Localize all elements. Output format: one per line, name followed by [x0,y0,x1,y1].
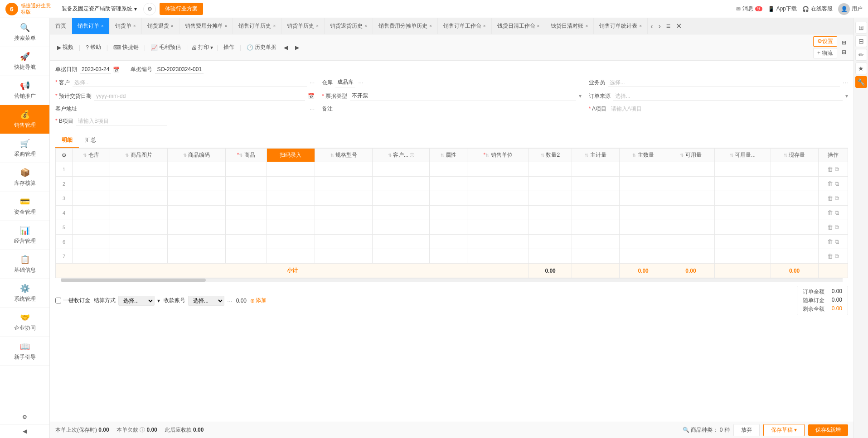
help-btn[interactable]: ? 帮助 [84,43,103,52]
delete-row-icon[interactable]: 🗑 [827,238,833,245]
table-view-btn[interactable]: ⊞ [840,39,848,47]
sidebar-item-system[interactable]: ⚙️ 系统管理 [0,279,49,308]
tab-daily-clear-reconcile[interactable]: 钱贷日清对账 × [545,18,594,34]
sidebar-settings-button[interactable]: ⚙ [0,410,49,424]
tab-sales-stats[interactable]: 销售订单统计表 × [594,18,648,34]
tab-invoice-history[interactable]: 销货单历史 × [281,18,325,34]
sidebar-item-collab[interactable]: 🤝 企业协同 [0,308,49,337]
copy-row-icon[interactable]: ⧉ [835,166,839,173]
system-name-dropdown[interactable]: 装备及固定资产辅助管理系统 ▾ [59,4,140,14]
right-tool-orange-btn[interactable]: 🔧 [855,76,867,88]
delivery-date-input[interactable] [94,92,305,101]
user-menu[interactable]: 👤 用户 [838,3,863,15]
sidebar-item-basic-info[interactable]: 📋 基础信息 [0,250,49,279]
tab-close-icon[interactable]: × [483,24,486,29]
tab-nav-next[interactable]: › [655,18,663,34]
right-tool-list-btn[interactable]: ⊟ [855,35,867,47]
tab-nav-prev[interactable]: ‹ [648,18,655,34]
right-tool-edit-btn[interactable]: ✏ [855,49,867,61]
operations-btn[interactable]: 操作 [222,43,236,52]
shortcut-btn[interactable]: ⌨ 快捷键 [112,43,141,52]
nav-prev-btn[interactable]: ◀ [282,43,290,52]
order-source-input[interactable] [613,92,843,101]
date-display[interactable]: 2023-03-24 📅 [80,65,120,74]
dropdown-icon[interactable]: ▾ [579,93,582,99]
profit-forecast-btn[interactable]: 📈 毛利预估 [149,43,183,52]
settlement-select[interactable]: 选择... [118,296,155,306]
tab-daily-clear-workbench[interactable]: 钱贷日清工作台 × [492,18,546,34]
receipt-account-select[interactable]: 选择... [188,296,224,306]
tab-sales-order[interactable]: 销售订单 × [72,18,110,34]
tab-expense-history[interactable]: 销售费用分摊单历史 × [373,18,438,34]
sidebar-item-finance[interactable]: 💳 资金管理 [0,192,49,221]
nav-next-btn[interactable]: ▶ [293,43,301,52]
app-download-button[interactable]: 📱 App下载 [768,5,797,13]
tab-close-icon[interactable]: × [429,24,432,29]
tab-close-all-btn[interactable]: ✕ [673,18,684,34]
delete-row-icon[interactable]: 🗑 [827,224,833,231]
copy-row-icon[interactable]: ⧉ [835,209,839,217]
copy-row-icon[interactable]: ⧉ [835,180,839,188]
solution-button[interactable]: 体验行业方案 [160,3,203,15]
sidebar-collapse-button[interactable]: ◀ [0,424,49,438]
b-project-input[interactable] [76,117,167,125]
message-button[interactable]: ✉ 消息 9 [736,5,762,13]
tab-sales-workbench[interactable]: 销售订单工作台 × [438,18,492,34]
sidebar-item-quicknav[interactable]: 🚀 快捷导航 [0,47,49,76]
history-btn[interactable]: 🕐 历史单据 [245,43,278,52]
tab-close-icon[interactable]: × [364,24,367,29]
delete-row-icon[interactable]: 🗑 [827,209,833,216]
sidebar-item-inventory[interactable]: 📦 库存核算 [0,163,49,192]
tab-close-icon[interactable]: × [537,24,540,29]
sidebar-item-operations[interactable]: 📊 经营管理 [0,221,49,250]
right-tool-star-btn[interactable]: ★ [855,63,867,74]
sidebar-item-guide[interactable]: 📖 新手引导 [0,337,49,366]
warehouse-expand-icon[interactable]: ··· [358,79,364,86]
account-expand-icon[interactable]: ··· [227,297,233,304]
copy-row-icon[interactable]: ⧉ [835,224,839,231]
salesperson-input[interactable] [608,78,840,87]
tab-close-icon[interactable]: × [639,24,642,29]
tab-sales-order-history[interactable]: 销售订单历史 × [233,18,281,34]
sidebar-item-marketing[interactable]: 📢 营销推广 [0,76,49,105]
tab-detail[interactable]: 明细 [55,134,79,148]
customer-address-input[interactable] [80,105,307,113]
table-scrollbar[interactable] [61,278,843,282]
tab-close-icon[interactable]: × [585,24,588,29]
calendar-icon[interactable]: 📅 [113,67,120,73]
tab-close-icon[interactable]: × [273,24,276,29]
add-logistics-button[interactable]: + 物流 [813,48,837,58]
customer-input[interactable] [73,78,307,87]
delete-row-icon[interactable]: 🗑 [827,195,833,202]
one-click-deposit-checkbox[interactable] [55,298,61,303]
col-scan[interactable]: 扫码录入 [267,149,315,162]
copy-row-icon[interactable]: ⧉ [835,238,839,245]
save-draft-button[interactable]: 保存草稿 ▾ [763,424,805,436]
sidebar-item-sales[interactable]: 💰 销售管理 [0,105,49,134]
tab-return-history[interactable]: 销货退货历史 × [325,18,373,34]
sidebar-item-search[interactable]: 🔍 搜索菜单 [0,18,49,47]
view-btn[interactable]: ▶ 视频 [55,43,75,52]
tab-close-icon[interactable]: × [316,24,319,29]
tab-sales-invoice[interactable]: 销货单 × [110,18,142,34]
scrollbar-thumb[interactable] [61,279,206,282]
delete-row-icon[interactable]: 🗑 [827,166,833,173]
tab-sales-expense[interactable]: 销售费用分摊单 × [179,18,233,34]
tab-sales-return[interactable]: 销货退货 × [142,18,179,34]
settings-button[interactable]: ⚙ [143,3,156,15]
tab-close-icon[interactable]: × [133,24,136,29]
sidebar-item-purchase[interactable]: 🛒 采购管理 [0,134,49,163]
delete-row-icon[interactable]: 🗑 [827,253,833,260]
col-settings[interactable]: ⚙ [56,149,73,162]
tab-close-icon[interactable]: × [171,24,174,29]
tab-close-icon[interactable]: × [101,24,104,29]
salesperson-expand-icon[interactable]: ··· [843,79,848,86]
online-service-button[interactable]: 🎧 在线客服 [802,5,833,13]
copy-row-icon[interactable]: ⧉ [835,195,839,202]
tab-summary[interactable]: 汇总 [79,134,102,148]
dropdown-icon2[interactable]: ▾ [845,93,848,99]
card-view-btn[interactable]: ⊟ [840,48,848,56]
tab-home[interactable]: 首页 [50,18,72,34]
delete-row-icon[interactable]: 🗑 [827,180,833,187]
right-tool-grid-btn[interactable]: ⊞ [855,22,867,34]
